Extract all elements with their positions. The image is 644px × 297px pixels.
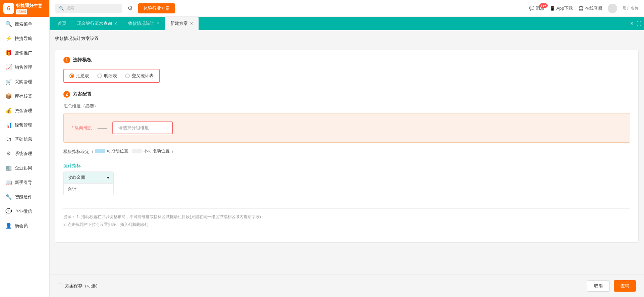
support-button[interactable]: 🎧 在线客服 <box>578 5 602 11</box>
dimension-select[interactable]: 请选择分组维度 <box>112 121 173 134</box>
download-icon: 📱 <box>550 6 555 11</box>
section1-header: 1 选择模板 <box>63 57 630 63</box>
tab-home[interactable]: 首页 <box>52 17 72 30</box>
sidebar-item-smart-hw[interactable]: 🔧 智能硬件 <box>0 190 49 204</box>
tab-collection-stats[interactable]: 收款情况统计 ✕ <box>123 17 165 30</box>
sidebar-item-inventory[interactable]: 📦 库存核算 <box>0 89 49 103</box>
sidebar: 6 畅捷通好生意 标准版 🔍 搜索菜单 ⚡ 快捷导航 🎁 营销推广 📈 销售管理… <box>0 0 50 297</box>
template-options: 汇总表 明细表 交叉统计表 <box>63 69 160 83</box>
non-draggable-color-swatch <box>132 149 142 153</box>
notification-button[interactable]: 💬 消息 99+ <box>529 5 544 11</box>
radio-summary-circle <box>69 73 74 78</box>
topbar: 🔍 搜索 ⚙ 体验行业方案 💬 消息 99+ 📱 App下载 🎧 在线客服 用户… <box>50 0 644 17</box>
sidebar-item-quick-nav[interactable]: ⚡ 快捷导航 <box>0 31 49 46</box>
sidebar-item-marketing[interactable]: 🎁 营销推广 <box>0 46 49 60</box>
finance-icon: 💰 <box>5 107 12 114</box>
topbar-search[interactable]: 🔍 搜索 <box>55 4 122 13</box>
sidebar-item-base-info[interactable]: 🗂 基础信息 <box>0 132 49 146</box>
metrics-settings: 模板指标设定（ 可拖动位置 不可拖动位置 ） <box>63 148 630 155</box>
draggable-color-swatch <box>95 149 105 153</box>
page-title: 收款情况统计方案设置 <box>55 36 639 44</box>
sidebar-item-weixin[interactable]: 💬 企业微信 <box>0 204 49 218</box>
section1-title: 选择模板 <box>73 57 92 63</box>
operation-icon: 📊 <box>5 122 12 128</box>
query-button[interactable]: 查询 <box>614 280 636 292</box>
sidebar-item-label: 搜索菜单 <box>15 21 32 27</box>
draggable-legend: 可拖动位置 <box>95 148 128 154</box>
notification-badge: 99+ <box>539 3 548 8</box>
download-button[interactable]: 📱 App下载 <box>550 5 573 11</box>
radio-cross-label: 交叉统计表 <box>132 73 154 79</box>
tab-bank-flow-close-icon[interactable]: ✕ <box>114 21 117 26</box>
tabs-close-icon[interactable]: ✕ <box>630 21 634 26</box>
base-info-icon: 🗂 <box>5 136 12 142</box>
sidebar-item-label: 新手引导 <box>15 180 32 186</box>
sidebar-item-label: 库存核算 <box>15 93 32 99</box>
tab-home-label: 首页 <box>58 20 66 27</box>
tab-new-plan-close-icon[interactable]: ✕ <box>190 21 193 26</box>
tab-bank-flow[interactable]: 现金银行流水查询 ✕ <box>72 17 123 30</box>
sales-icon: 📈 <box>5 64 12 70</box>
settings-icon[interactable]: ⚙ <box>127 5 133 12</box>
support-icon: 🎧 <box>578 6 584 11</box>
tab-collection-stats-close-icon[interactable]: ✕ <box>156 21 160 26</box>
tips-section: 提示： 1. 拖动标题栏可以调整布局，不可跨维度或指标区域拖动栏目段(只能在同一… <box>63 208 630 228</box>
metrics-table-row: 合计 <box>64 184 113 195</box>
sidebar-item-label: 营销推广 <box>15 50 32 56</box>
sidebar-item-label: 系统管理 <box>15 151 32 157</box>
sidebar-item-enterprise[interactable]: 🏢 企业协同 <box>0 161 49 175</box>
dimension-area: * 纵向维度 —— 请选择分组维度 <box>63 113 630 143</box>
sidebar-item-member[interactable]: 👤 畅会员 <box>0 218 49 233</box>
sidebar-item-search-menu[interactable]: 🔍 搜索菜单 <box>0 17 49 31</box>
tabs-actions: ✕ ⛶ <box>630 21 641 26</box>
main: 🔍 搜索 ⚙ 体验行业方案 💬 消息 99+ 📱 App下载 🎧 在线客服 用户… <box>50 0 644 297</box>
sidebar-item-label: 销售管理 <box>15 64 32 70</box>
cancel-button[interactable]: 取消 <box>587 280 610 292</box>
marketing-icon: 🎁 <box>5 50 12 56</box>
save-option: 方案保存（可选） <box>58 283 100 289</box>
chevron-down-icon[interactable]: ▾ <box>107 175 109 180</box>
sidebar-item-purchase[interactable]: 🛒 采购管理 <box>0 75 49 89</box>
sidebar-item-label: 快捷导航 <box>15 36 32 42</box>
sidebar-item-label: 智能硬件 <box>15 194 32 200</box>
radio-detail-label: 明细表 <box>104 73 117 79</box>
inventory-icon: 📦 <box>5 93 12 99</box>
footer-actions: 取消 查询 <box>587 280 636 292</box>
radio-detail[interactable]: 明细表 <box>97 73 117 79</box>
radio-cross[interactable]: 交叉统计表 <box>125 73 154 79</box>
save-checkbox[interactable] <box>58 284 62 288</box>
save-label: 方案保存（可选） <box>65 283 100 289</box>
radio-summary-label: 汇总表 <box>76 73 89 79</box>
sidebar-item-system[interactable]: ⚙ 系统管理 <box>0 146 49 161</box>
sidebar-nav: 🔍 搜索菜单 ⚡ 快捷导航 🎁 营销推广 📈 销售管理 🛒 采购管理 📦 库存核… <box>0 17 49 297</box>
search-icon: 🔍 <box>59 6 64 11</box>
tips-item-2: 2. 点击标题栏下拉可设置排序、插入列和删除列 <box>63 222 630 228</box>
metrics-table: 收款金额 ▾ 合计 <box>63 171 114 195</box>
sidebar-item-guide[interactable]: 📖 新手引导 <box>0 175 49 190</box>
section2-number: 2 <box>63 91 70 98</box>
topbar-right: 💬 消息 99+ 📱 App下载 🎧 在线客服 用户名称 <box>529 4 639 13</box>
username: 用户名称 <box>623 5 639 11</box>
section2-header: 2 方案配置 <box>63 91 630 98</box>
section-template: 1 选择模板 汇总表 明细表 交叉统计表 <box>63 57 630 83</box>
sidebar-item-label: 畅会员 <box>15 223 28 229</box>
trial-button[interactable]: 体验行业方案 <box>138 3 175 13</box>
footer: 方案保存（可选） 取消 查询 <box>50 275 644 297</box>
sidebar-item-sales[interactable]: 📈 销售管理 <box>0 60 49 75</box>
system-icon: ⚙ <box>5 150 12 157</box>
metrics-label: 模板指标设定（ 可拖动位置 不可拖动位置 ） <box>63 149 175 154</box>
logo-text: 畅捷通好生意 标准版 <box>16 3 42 14</box>
vertical-label: * 纵向维度 <box>72 125 92 131</box>
sidebar-item-operation[interactable]: 📊 经营管理 <box>0 118 49 132</box>
tab-new-plan-label: 新建方案 <box>170 20 188 27</box>
logo-icon: 6 <box>3 3 14 14</box>
sidebar-item-label: 采购管理 <box>15 79 32 85</box>
sidebar-item-label: 企业协同 <box>15 165 32 171</box>
tab-new-plan[interactable]: 新建方案 ✕ <box>165 17 199 30</box>
radio-summary[interactable]: 汇总表 <box>69 73 89 79</box>
radio-detail-circle <box>97 73 102 78</box>
metrics-section-title: 统计指标 <box>63 163 630 169</box>
tabs-expand-icon[interactable]: ⛶ <box>637 21 641 26</box>
sidebar-item-label: 企业微信 <box>15 208 32 214</box>
sidebar-item-finance[interactable]: 💰 资金管理 <box>0 103 49 118</box>
